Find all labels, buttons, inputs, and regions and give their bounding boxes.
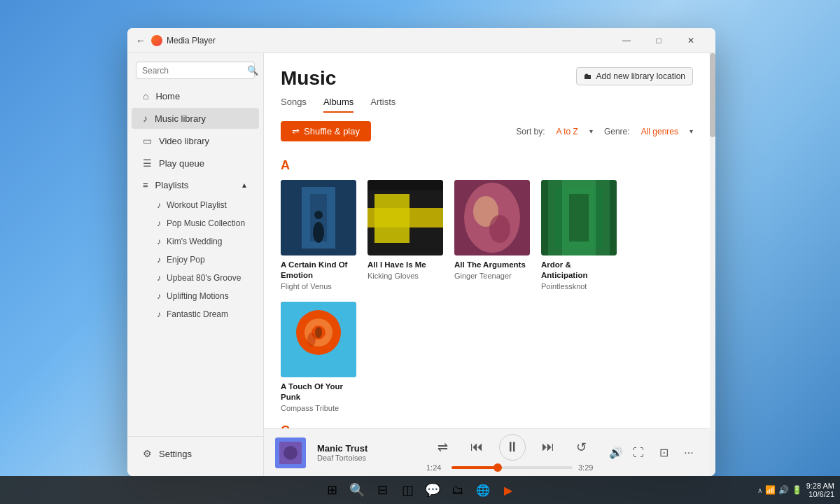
shuffle-button[interactable]: ⇌: [432, 436, 454, 458]
search-icon[interactable]: 🔍: [247, 65, 258, 76]
album-artist-2: Ginger Teenager: [454, 272, 530, 280]
app-window: ← Media Player — □ ✕ 🔍 ⌂ Home ♪ Music li…: [127, 28, 715, 476]
genre-chevron-icon[interactable]: ▾: [690, 127, 693, 135]
album-card-0[interactable]: A Certain Kind Of Emotion Flight of Venu…: [281, 180, 356, 290]
svg-rect-8: [368, 180, 443, 190]
play-queue-icon: ☰: [143, 158, 152, 169]
playlist-item-5[interactable]: ♪ Uplifting Motions: [132, 288, 259, 304]
sort-value[interactable]: A to Z: [556, 127, 578, 136]
playlist-icon-5: ♪: [157, 291, 161, 301]
sidebar-item-home[interactable]: ⌂ Home: [132, 85, 259, 106]
taskbar-taskview-button[interactable]: ⊟: [372, 480, 392, 500]
window-title: Media Player: [167, 36, 610, 46]
playlist-label-1: Pop Music Collection: [167, 218, 245, 228]
back-button[interactable]: ←: [136, 35, 146, 46]
nav-settings-label: Settings: [159, 449, 192, 459]
playlist-item-1[interactable]: ♪ Pop Music Collection: [132, 215, 259, 232]
album-title-2: All The Arguments: [454, 260, 530, 270]
playlist-icon-0: ♪: [157, 200, 161, 210]
svg-point-4: [314, 211, 323, 219]
progress-fill: [451, 466, 498, 469]
album-card-3[interactable]: Ardor & Anticipation Pointlessknot: [541, 180, 617, 290]
now-playing-bar: Manic Trust Deaf Tortoises ⇌ ⏮ ⏸ ⏭ ↺ 1:2…: [264, 428, 710, 476]
playlist-item-3[interactable]: ♪ Enjoy Pop: [132, 251, 259, 268]
maximize-button[interactable]: □: [643, 29, 675, 52]
album-card-1[interactable]: All I Have Is Me Kicking Gloves: [368, 180, 443, 290]
playlists-icon: ≡: [143, 180, 148, 190]
taskbar-media-button[interactable]: ▶: [498, 480, 518, 500]
album-title-1: All I Have Is Me: [368, 260, 443, 270]
volume-icon[interactable]: 🔊: [609, 446, 623, 459]
tab-albums[interactable]: Albums: [323, 97, 354, 113]
scrollbar-track[interactable]: [710, 53, 715, 476]
playlists-header[interactable]: ≡ Playlists ▲: [132, 175, 259, 195]
playlist-icon-3: ♪: [157, 255, 161, 265]
progress-bar[interactable]: [451, 466, 573, 469]
repeat-button[interactable]: ↺: [570, 436, 593, 458]
taskbar-edge-button[interactable]: 🌐: [473, 480, 493, 500]
close-button[interactable]: ✕: [675, 29, 707, 52]
previous-button[interactable]: ⏮: [465, 436, 488, 458]
taskbar-explorer-button[interactable]: 🗂: [448, 480, 468, 500]
taskbar-widgets-button[interactable]: ◫: [398, 480, 417, 500]
taskbar-clock[interactable]: 9:28 AM 10/6/21: [806, 482, 834, 498]
fullscreen-button[interactable]: ⛶: [629, 443, 648, 463]
window-controls: — □ ✕: [610, 29, 707, 52]
minimize-button[interactable]: —: [610, 29, 643, 52]
add-library-button[interactable]: 🖿 Add new library location: [576, 67, 693, 85]
album-card-2[interactable]: All The Arguments Ginger Teenager: [454, 180, 530, 290]
playlist-label-4: Upbeat 80's Groove: [167, 273, 241, 283]
taskbar-chevron-icon[interactable]: ∧: [757, 486, 762, 494]
svg-point-23: [307, 332, 316, 346]
taskbar-chat-button[interactable]: 💬: [423, 480, 442, 500]
album-cover-4: [281, 302, 356, 377]
tab-songs[interactable]: Songs: [281, 97, 307, 113]
sort-label: Sort by:: [516, 127, 545, 136]
search-box[interactable]: 🔍: [136, 62, 255, 79]
taskbar: ⊞ 🔍 ⊟ ◫ 💬 🗂 🌐 ▶ ∧ 📶 🔊 🔋 9:28 AM 10/6/21: [0, 476, 840, 504]
svg-rect-7: [374, 194, 410, 243]
taskbar-volume-icon[interactable]: 🔊: [778, 485, 789, 495]
sidebar-item-play-queue[interactable]: ☰ Play queue: [132, 153, 259, 174]
more-options-button[interactable]: ···: [679, 443, 699, 463]
playlist-item-6[interactable]: ♪ Fantastic Dream: [132, 306, 259, 323]
album-card-4[interactable]: A Touch Of Your Punk Compass Tribute: [281, 302, 356, 412]
settings-icon: ⚙: [143, 448, 152, 459]
sort-chevron-icon[interactable]: ▾: [589, 127, 593, 135]
page-title: Music: [281, 67, 336, 90]
album-cover-3: [541, 180, 617, 255]
album-title-0: A Certain Kind Of Emotion: [281, 260, 356, 281]
svg-point-3: [313, 222, 324, 243]
shuffle-play-button[interactable]: ⇌ Shuffle & play: [281, 121, 371, 141]
taskbar-battery-icon[interactable]: 🔋: [792, 485, 802, 495]
playlist-item-2[interactable]: ♪ Kim's Wedding: [132, 233, 259, 250]
nav-music-label: Music library: [155, 113, 206, 124]
now-playing-info: Manic Trust Deaf Tortoises: [317, 443, 415, 462]
sidebar-item-music-library[interactable]: ♪ Music library: [132, 108, 259, 129]
scrollbar-thumb[interactable]: [710, 53, 715, 137]
playlist-label-2: Kim's Wedding: [167, 237, 222, 246]
section-letter-c: C: [281, 424, 693, 428]
miniplayer-button[interactable]: ⊡: [654, 443, 673, 463]
genre-value[interactable]: All genres: [641, 127, 678, 136]
album-artist-0: Flight of Venus: [281, 282, 356, 290]
tab-artists[interactable]: Artists: [370, 97, 396, 113]
playlist-item-4[interactable]: ♪ Upbeat 80's Groove: [132, 270, 259, 286]
playlist-label-5: Uplifting Motions: [167, 291, 229, 301]
playlist-item-0[interactable]: ♪ Workout Playlist: [132, 197, 259, 214]
search-input[interactable]: [142, 66, 247, 76]
sidebar-item-video-library[interactable]: ▭ Video library: [132, 130, 259, 151]
sidebar: 🔍 ⌂ Home ♪ Music library ▭ Video library…: [127, 53, 264, 476]
title-bar: ← Media Player — □ ✕: [127, 28, 715, 53]
taskbar-right: ∧ 📶 🔊 🔋 9:28 AM 10/6/21: [757, 482, 834, 498]
next-button[interactable]: ⏭: [537, 436, 559, 458]
taskbar-search-button[interactable]: 🔍: [347, 480, 367, 500]
svg-point-22: [315, 327, 322, 338]
sidebar-item-settings[interactable]: ⚙ Settings: [132, 443, 259, 464]
taskbar-network-icon[interactable]: 📶: [765, 485, 776, 495]
albums-grid-a: A Certain Kind Of Emotion Flight of Venu…: [281, 180, 693, 412]
playlist-label-6: Fantastic Dream: [167, 309, 228, 319]
taskbar-start-button[interactable]: ⊞: [322, 480, 342, 500]
pause-button[interactable]: ⏸: [499, 434, 526, 461]
home-icon: ⌂: [143, 90, 148, 102]
